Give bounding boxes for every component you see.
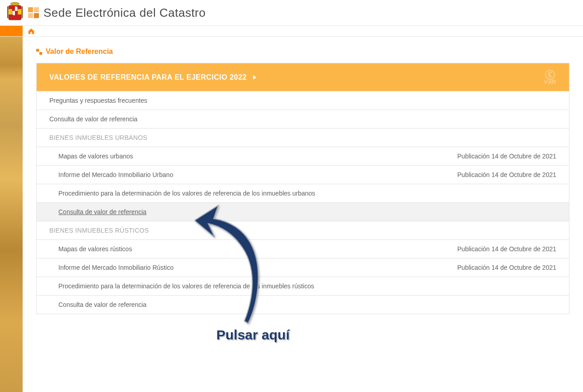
catastro-logo-icon bbox=[28, 7, 39, 18]
list-item[interactable]: Preguntas y respuestas frecuentes bbox=[37, 91, 569, 110]
list-item[interactable]: Mapas de valores rústicosPublicación 14 … bbox=[37, 239, 569, 258]
vdr-badge-icon: € VdR bbox=[544, 70, 557, 85]
site-title: Sede Electrónica del Catastro bbox=[43, 6, 205, 20]
page-title-icon bbox=[36, 49, 42, 55]
callout-text: Pulsar aquí bbox=[216, 327, 290, 343]
section-header: BIENES INMUEBLES RÚSTICOS bbox=[37, 221, 569, 239]
list-item[interactable]: Consulta de valor de referencia bbox=[37, 202, 569, 221]
reference-values-panel: VALORES DE REFERENCIA PARA EL EJERCICIO … bbox=[36, 63, 569, 314]
list-item-label: Preguntas y respuestas frecuentes bbox=[49, 97, 556, 104]
decorative-sidebar-image bbox=[0, 37, 23, 392]
list-item-label: Consulta de valor de referencia bbox=[58, 208, 556, 215]
list-item[interactable]: Informe del Mercado Inmobiliario UrbanoP… bbox=[37, 165, 569, 184]
list-item-label: Procedimiento para la determinación de l… bbox=[58, 282, 556, 290]
list-item-meta: Publicación 14 de Octubre de 2021 bbox=[448, 153, 556, 160]
list-item-meta: Publicación 14 de Octubre de 2021 bbox=[448, 264, 556, 271]
list-item-meta: Publicación 14 de Octubre de 2021 bbox=[448, 245, 556, 253]
list-item[interactable]: Procedimiento para la determinación de l… bbox=[37, 184, 569, 202]
breadcrumb-bar bbox=[0, 26, 583, 37]
chevron-right-icon bbox=[253, 75, 256, 80]
spain-coat-of-arms-icon bbox=[4, 1, 26, 24]
page-title: Valor de Referencia bbox=[36, 48, 569, 56]
svg-rect-4 bbox=[15, 11, 18, 15]
active-section-indicator bbox=[0, 26, 23, 36]
svg-rect-3 bbox=[12, 6, 15, 11]
list-item[interactable]: Consulta de valor de referencia bbox=[37, 295, 569, 314]
list-item-label: BIENES INMUEBLES RÚSTICOS bbox=[49, 227, 556, 234]
section-header: BIENES INMUEBLES URBANOS bbox=[37, 128, 569, 147]
panel-header[interactable]: VALORES DE REFERENCIA PARA EL EJERCICIO … bbox=[37, 63, 569, 91]
main-content: Valor de Referencia VALORES DE REFERENCI… bbox=[23, 37, 583, 392]
list-item-label: Consulta de valor de referencia bbox=[58, 301, 556, 308]
home-link[interactable] bbox=[23, 26, 34, 36]
panel-header-label: VALORES DE REFERENCIA PARA EL EJERCICIO … bbox=[49, 73, 247, 81]
list-item[interactable]: Consulta de valor de referencia bbox=[37, 110, 569, 128]
list-item-label: Consulta de valor de referencia bbox=[49, 115, 556, 123]
home-icon bbox=[28, 28, 34, 34]
list-item-label: Mapas de valores urbanos bbox=[58, 153, 448, 160]
page-title-text: Valor de Referencia bbox=[46, 48, 113, 56]
list-item[interactable]: Mapas de valores urbanosPublicación 14 d… bbox=[37, 147, 569, 165]
list-item-label: Informe del Mercado Inmobiliario Urbano bbox=[58, 171, 448, 178]
list-item-label: Procedimiento para la determinación de l… bbox=[58, 190, 556, 197]
list-item-label: BIENES INMUEBLES URBANOS bbox=[49, 134, 556, 141]
panel-rows: Preguntas y respuestas frecuentesConsult… bbox=[37, 91, 569, 314]
list-item-label: Mapas de valores rústicos bbox=[58, 245, 448, 253]
list-item-meta: Publicación 14 de Octubre de 2021 bbox=[448, 171, 556, 178]
site-header: Sede Electrónica del Catastro bbox=[0, 0, 583, 26]
list-item[interactable]: Informe del Mercado Inmobiliario Rústico… bbox=[37, 258, 569, 277]
list-item[interactable]: Procedimiento para la determinación de l… bbox=[37, 277, 569, 295]
list-item-label: Informe del Mercado Inmobiliario Rústico bbox=[58, 264, 448, 271]
